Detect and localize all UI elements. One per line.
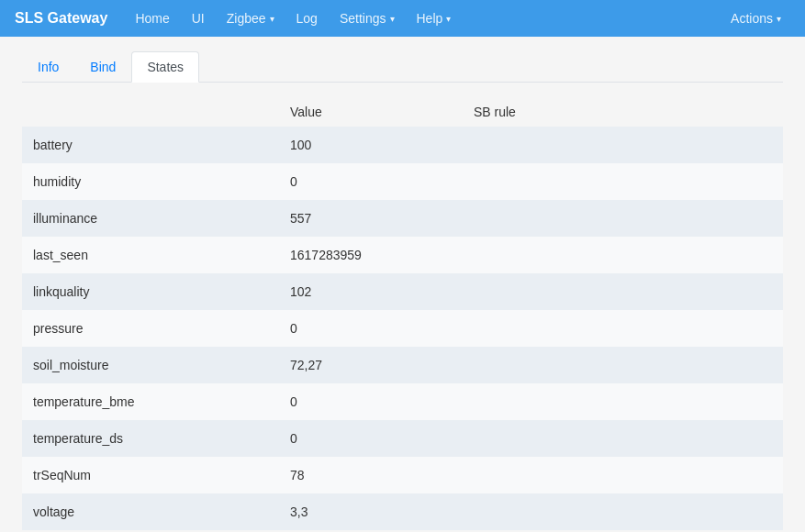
col-header-value: Value [279, 97, 463, 127]
row-value: 100 [279, 127, 463, 163]
actions-menu[interactable]: Actions ▾ [721, 4, 790, 33]
nav-zigbee[interactable]: Zigbee ▾ [218, 4, 284, 33]
nav-ui[interactable]: UI [183, 4, 214, 33]
chevron-down-icon: ▾ [270, 14, 274, 24]
states-table: Value SB rule battery100humidity0illumin… [22, 97, 783, 530]
col-header-sbrule: SB rule [463, 97, 783, 127]
row-sbrule [463, 237, 783, 273]
table-row: last_seen1617283959 [22, 237, 783, 273]
row-value: 557 [279, 200, 463, 237]
nav-help[interactable]: Help ▾ [408, 4, 461, 33]
row-sbrule [463, 273, 783, 310]
table-row: illuminance557 [22, 200, 783, 237]
table-row: pressure0 [22, 310, 783, 347]
row-value: 102 [279, 273, 463, 310]
row-key: last_seen [22, 237, 279, 273]
row-key: soil_moisture [22, 347, 279, 383]
table-row: temperature_ds0 [22, 420, 783, 457]
table-row: voltage3,3 [22, 493, 783, 530]
nav-home[interactable]: Home [126, 4, 178, 33]
row-sbrule [463, 127, 783, 163]
row-sbrule [463, 310, 783, 347]
table-row: soil_moisture72,27 [22, 347, 783, 383]
row-value: 0 [279, 420, 463, 457]
table-row: temperature_bme0 [22, 383, 783, 420]
row-key: temperature_bme [22, 383, 279, 420]
row-value: 72,27 [279, 347, 463, 383]
row-sbrule [463, 457, 783, 493]
navbar: SLS Gateway Home UI Zigbee ▾ Log Setting… [0, 0, 805, 37]
chevron-down-icon: ▾ [390, 14, 395, 24]
table-row: humidity0 [22, 163, 783, 200]
main-content: Info Bind States Value SB rule battery10… [0, 37, 805, 532]
nav-log[interactable]: Log [287, 4, 327, 33]
row-sbrule [463, 420, 783, 457]
row-sbrule [463, 493, 783, 530]
nav-links: Home UI Zigbee ▾ Log Settings ▾ Help ▾ [126, 4, 721, 33]
row-sbrule [463, 347, 783, 383]
table-row: linkquality102 [22, 273, 783, 310]
row-key: linkquality [22, 273, 279, 310]
tab-bar: Info Bind States [22, 51, 783, 83]
row-key: pressure [22, 310, 279, 347]
row-value: 1617283959 [279, 237, 463, 273]
table-row: trSeqNum78 [22, 457, 783, 493]
chevron-down-icon: ▾ [446, 14, 451, 24]
row-sbrule [463, 383, 783, 420]
row-key: trSeqNum [22, 457, 279, 493]
row-value: 78 [279, 457, 463, 493]
tab-bind[interactable]: Bind [74, 51, 131, 83]
row-value: 0 [279, 163, 463, 200]
row-key: illuminance [22, 200, 279, 237]
chevron-down-icon: ▾ [777, 14, 781, 24]
col-header-key [22, 97, 279, 127]
brand[interactable]: SLS Gateway [15, 10, 107, 27]
row-key: battery [22, 127, 279, 163]
row-key: voltage [22, 493, 279, 530]
row-key: temperature_ds [22, 420, 279, 457]
tab-states[interactable]: States [131, 51, 199, 83]
row-value: 0 [279, 383, 463, 420]
row-value: 3,3 [279, 493, 463, 530]
row-sbrule [463, 163, 783, 200]
row-value: 0 [279, 310, 463, 347]
nav-settings[interactable]: Settings ▾ [330, 4, 404, 33]
table-row: battery100 [22, 127, 783, 163]
tab-info[interactable]: Info [22, 51, 74, 83]
row-sbrule [463, 200, 783, 237]
row-key: humidity [22, 163, 279, 200]
table-header-row: Value SB rule [22, 97, 783, 127]
